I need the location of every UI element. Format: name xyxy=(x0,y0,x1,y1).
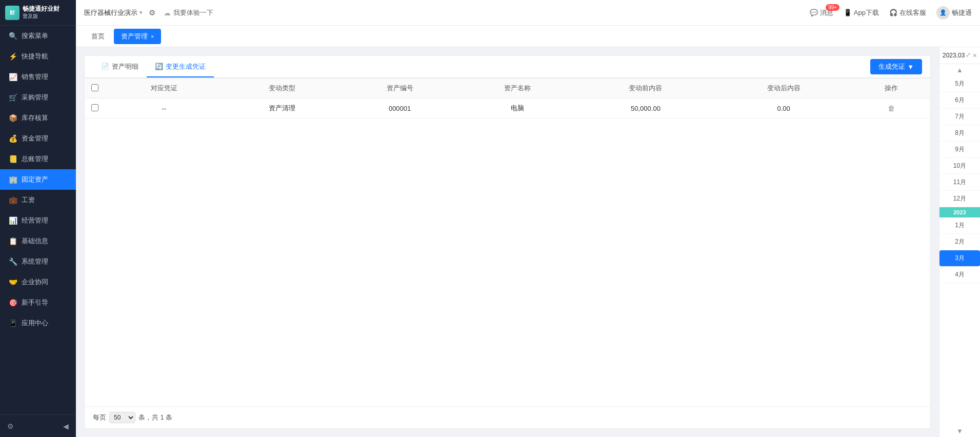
month-item[interactable]: 7月 xyxy=(939,109,980,125)
trial-button[interactable]: ☁ 我要体验一下 xyxy=(164,8,213,17)
sidebar-item-label: 总账管理 xyxy=(22,154,48,164)
sidebar-item-label: 企业协同 xyxy=(22,277,48,287)
inner-content: 📄 资产明细 🔄 变更生成凭证 生成凭证 ▼ xyxy=(76,47,939,437)
table-container: 对应凭证 变动类型 资产编号 资产名称 变动前内容 变动后内容 操作 xyxy=(85,78,930,406)
th-after-change: 变动后内容 xyxy=(715,78,853,98)
avatar: 👤 xyxy=(936,6,950,19)
scroll-down-button[interactable]: ▼ xyxy=(939,425,980,437)
row-checkbox-cell xyxy=(85,98,105,118)
tab-asset-management[interactable]: 资产管理 × xyxy=(114,29,161,44)
phone-icon: 📱 xyxy=(844,9,852,16)
sidebar-item-app-center[interactable]: 📱应用中心 xyxy=(0,313,76,333)
table-row: -- 资产清理 000001 电脑 50,000.00 0.00 🗑 xyxy=(85,98,930,118)
logo-icon: 财 xyxy=(5,6,19,20)
purchase-icon: 🛒 xyxy=(8,93,17,102)
month-item[interactable]: 1月 xyxy=(939,217,980,234)
sidebar-item-ledger[interactable]: 📒总账管理 xyxy=(0,149,76,169)
cloud-icon: ☁ xyxy=(164,9,171,17)
system-icon: 🔧 xyxy=(8,257,17,266)
sidebar-item-label: 搜索菜单 xyxy=(22,31,48,41)
sidebar-item-guide[interactable]: 🎯新手引导 xyxy=(0,292,76,313)
sidebar-item-payroll[interactable]: 💼工资 xyxy=(0,190,76,210)
sub-tabs: 📄 资产明细 🔄 变更生成凭证 生成凭证 ▼ xyxy=(85,56,930,78)
row-before-change: 50,000.00 xyxy=(576,98,714,118)
month-item[interactable]: 6月 xyxy=(939,92,980,109)
collapse-icon[interactable]: ◀ xyxy=(63,422,69,430)
sidebar-item-inventory[interactable]: 📦库存核算 xyxy=(0,108,76,128)
sync-icon: 🔄 xyxy=(155,63,163,70)
sidebar-item-search[interactable]: 🔍搜索菜单 xyxy=(0,26,76,46)
sidebar-logo: 财 畅捷通好业财 普及版 xyxy=(0,0,76,26)
close-panel-icon[interactable]: × xyxy=(973,51,977,59)
settings-icon[interactable]: ⚙ xyxy=(7,422,14,430)
sidebar: 财 畅捷通好业财 普及版 🔍搜索菜单⚡快捷导航📈销售管理🛒采购管理📦库存核算💰资… xyxy=(0,0,76,437)
select-all-checkbox[interactable] xyxy=(91,84,98,91)
month-item[interactable]: 9月 xyxy=(939,142,980,158)
date-panel-header: 2023.03 ⤢ × xyxy=(939,47,980,64)
row-voucher: -- xyxy=(105,98,223,118)
month-item[interactable]: 2月 xyxy=(939,234,980,250)
th-asset-code: 资产编号 xyxy=(341,78,459,98)
username-label: 畅捷通 xyxy=(952,8,972,17)
month-item[interactable]: 10月 xyxy=(939,158,980,174)
date-panel-body: 5月6月7月8月9月10月11月12月20231月2月3月4月 xyxy=(939,76,980,425)
sidebar-item-label: 基础信息 xyxy=(22,236,48,246)
row-asset-code[interactable]: 000001 xyxy=(341,98,459,118)
message-icon: 💬 xyxy=(810,9,818,16)
month-item[interactable]: 11月 xyxy=(939,174,980,191)
th-asset-name: 资产名称 xyxy=(459,78,577,98)
month-item[interactable]: 12月 xyxy=(939,191,980,207)
settings-button[interactable]: ⚙ xyxy=(149,8,155,17)
date-panel-title: 2023.03 xyxy=(943,52,965,59)
th-operation: 操作 xyxy=(853,78,930,98)
month-item[interactable]: 8月 xyxy=(939,125,980,142)
sidebar-item-label: 销售管理 xyxy=(22,72,48,82)
year-label-2023[interactable]: 2023 xyxy=(939,207,980,217)
row-after-change: 0.00 xyxy=(715,98,853,118)
th-voucher: 对应凭证 xyxy=(105,78,223,98)
month-item[interactable]: 3月 xyxy=(939,250,980,267)
month-item[interactable]: 4月 xyxy=(939,267,980,283)
per-page-select[interactable]: 50 10 20 100 xyxy=(109,412,135,423)
row-asset-name: 电脑 xyxy=(459,98,577,118)
sidebar-item-operations[interactable]: 📊经营管理 xyxy=(0,210,76,231)
sidebar-item-system[interactable]: 🔧系统管理 xyxy=(0,251,76,272)
sidebar-item-fixed-assets[interactable]: 🏢固定资产 xyxy=(0,169,76,190)
tab-home[interactable]: 首页 xyxy=(84,29,112,44)
company-selector[interactable]: 医疗器械行业演示 ▾ xyxy=(84,8,143,17)
user-menu[interactable]: 👤 畅捷通 xyxy=(936,6,972,19)
message-button[interactable]: 💬 消息 99+ xyxy=(810,8,833,17)
delete-row-icon[interactable]: 🗑 xyxy=(888,104,895,112)
date-panel: 2023.03 ⤢ × ▲ 5月6月7月8月9月10月11月12月20231月2… xyxy=(939,47,980,437)
operations-icon: 📊 xyxy=(8,216,17,225)
month-item[interactable]: 5月 xyxy=(939,76,980,92)
sidebar-item-basic-info[interactable]: 📋基础信息 xyxy=(0,231,76,251)
th-change-type: 变动类型 xyxy=(223,78,341,98)
quick-nav-icon: ⚡ xyxy=(8,52,17,61)
sidebar-item-sales[interactable]: 📈销售管理 xyxy=(0,67,76,87)
scroll-up-button[interactable]: ▲ xyxy=(939,64,980,76)
sidebar-item-cooperation[interactable]: 🤝企业协同 xyxy=(0,272,76,292)
th-before-change: 变动前内容 xyxy=(576,78,714,98)
company-name: 医疗器械行业演示 xyxy=(84,8,137,17)
total-count-label: 条，共 1 条 xyxy=(138,413,172,422)
sidebar-item-label: 工资 xyxy=(22,195,35,205)
sidebar-item-label: 新手引导 xyxy=(22,298,48,307)
sidebar-item-fund[interactable]: 💰资金管理 xyxy=(0,128,76,149)
customer-service-button[interactable]: 🎧 在线客服 xyxy=(889,8,926,17)
sub-tab-asset-detail[interactable]: 📄 资产明细 xyxy=(93,57,147,77)
tab-close-icon[interactable]: × xyxy=(151,33,154,39)
tab-active-label: 资产管理 xyxy=(121,32,148,41)
customer-service-label: 在线客服 xyxy=(899,8,926,17)
sidebar-item-quick-nav[interactable]: ⚡快捷导航 xyxy=(0,46,76,67)
pagination: 每页 50 10 20 100 条，共 1 条 xyxy=(85,406,930,428)
topnav: 医疗器械行业演示 ▾ ⚙ ☁ 我要体验一下 💬 消息 99+ 📱 App下载 🎧… xyxy=(76,0,980,26)
expand-icon[interactable]: ⤢ xyxy=(966,51,971,59)
row-checkbox[interactable] xyxy=(91,104,98,111)
sidebar-item-purchase[interactable]: 🛒采购管理 xyxy=(0,87,76,108)
logo-text: 畅捷通好业财 普及版 xyxy=(23,5,59,21)
app-download-button[interactable]: 📱 App下载 xyxy=(844,8,879,17)
generate-voucher-button[interactable]: 生成凭证 ▼ xyxy=(870,59,922,74)
sub-tab-change-voucher[interactable]: 🔄 变更生成凭证 xyxy=(147,57,214,77)
sidebar-bottom: ⚙ ◀ xyxy=(0,414,76,437)
